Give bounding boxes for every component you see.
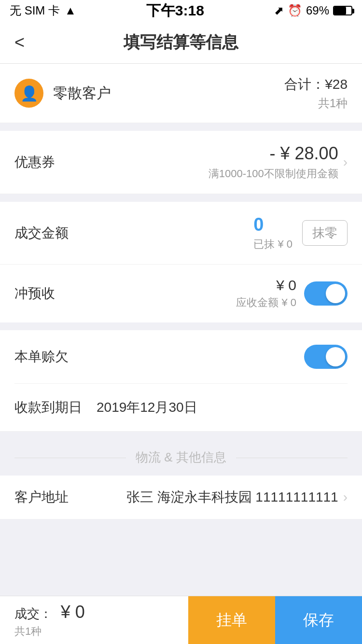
page-title: 填写结算等信息 [124, 31, 238, 54]
status-time: 下午3:18 [146, 1, 204, 21]
avatar: 👤 [14, 79, 43, 108]
wifi-icon: ▲ [65, 4, 76, 17]
coupon-label: 优惠券 [14, 153, 55, 171]
bottom-deal-label: 成交： [14, 606, 52, 621]
status-right: ⬈ ⏰ 69% [274, 4, 352, 17]
total-amount: 合计：¥28 [284, 75, 348, 94]
chevron-right-icon: › [343, 154, 348, 170]
battery-icon [333, 6, 352, 15]
coupon-row[interactable]: 优惠券 - ¥ 28.00 满1000-100不限制使用金额 › [0, 131, 362, 194]
bottom-bar: 成交： ¥ 0 共1种 挂单 保存 [0, 596, 362, 644]
prepay-toggle[interactable] [304, 281, 348, 306]
coupon-section: 优惠券 - ¥ 28.00 满1000-100不限制使用金额 › [0, 131, 362, 194]
debt-toggle[interactable] [304, 345, 348, 369]
address-section: 客户地址 张三 海淀永丰科技园 11111111111 › [0, 476, 362, 519]
debt-row: 本单赊欠 [0, 330, 362, 383]
address-label: 客户地址 [14, 488, 69, 506]
pend-button[interactable]: 挂单 [188, 596, 275, 644]
debt-section: 本单赊欠 收款到期日 2019年12月30日 [0, 330, 362, 432]
logistics-label: 物流 & 其他信息 [136, 450, 226, 464]
status-left: 无 SIM 卡 ▲ [10, 3, 76, 18]
location-icon: ⬈ [274, 4, 284, 17]
customer-row: 👤 零散客户 合计：¥28 共1种 [0, 64, 362, 123]
duedate-label: 收款到期日 [14, 398, 82, 417]
deal-amount-label: 成交金额 [14, 224, 69, 242]
coupon-desc: 满1000-100不限制使用金额 [209, 167, 338, 181]
avatar-icon: 👤 [20, 85, 38, 102]
back-button[interactable]: < [14, 32, 25, 53]
customer-name: 零散客户 [53, 84, 111, 103]
coupon-amount: - ¥ 28.00 [209, 143, 338, 164]
customer-right: 合计：¥28 共1种 [284, 75, 348, 111]
duedate-value: 2019年12月30日 [97, 398, 197, 417]
prepay-receivable: 应收金额 ¥ 0 [236, 295, 296, 310]
alarm-icon: ⏰ [288, 4, 302, 17]
prepay-row: 冲预收 ¥ 0 应收金额 ¥ 0 [0, 265, 362, 322]
carrier-label: 无 SIM 卡 [10, 3, 60, 18]
coupon-right: - ¥ 28.00 满1000-100不限制使用金额 › [209, 143, 348, 181]
customer-section: 👤 零散客户 合计：¥28 共1种 [0, 64, 362, 123]
deal-right: 0 已抹 ¥ 0 抹零 [253, 214, 348, 252]
total-count: 共1种 [284, 96, 348, 111]
deal-amount-row: 成交金额 0 已抹 ¥ 0 抹零 [0, 202, 362, 265]
address-chevron-icon: › [343, 490, 348, 505]
deal-value: 0 [253, 214, 292, 235]
already-zero: 已抹 ¥ 0 [253, 237, 292, 252]
address-right: 张三 海淀永丰科技园 11111111111 › [126, 488, 348, 506]
duedate-row: 收款到期日 2019年12月30日 [0, 384, 362, 432]
nav-bar: < 填写结算等信息 [0, 21, 362, 64]
save-button[interactable]: 保存 [275, 596, 362, 644]
address-value: 张三 海淀永丰科技园 11111111111 [126, 488, 338, 506]
prepay-right: ¥ 0 应收金额 ¥ 0 [236, 277, 348, 310]
bottom-deal-amount: ¥ 0 [61, 602, 85, 622]
bottom-summary: 成交： ¥ 0 共1种 [0, 602, 188, 639]
customer-left: 👤 零散客户 [14, 79, 111, 108]
bottom-count: 共1种 [14, 624, 174, 639]
prepay-amount: ¥ 0 [236, 277, 296, 294]
battery-percent: 69% [306, 4, 329, 17]
debt-label: 本单赊欠 [14, 348, 69, 366]
logistics-header: 物流 & 其他信息 [0, 439, 362, 476]
status-bar: 无 SIM 卡 ▲ 下午3:18 ⬈ ⏰ 69% [0, 0, 362, 21]
content: 👤 零散客户 合计：¥28 共1种 优惠券 - ¥ 28.00 满1000-10… [0, 64, 362, 585]
address-row[interactable]: 客户地址 张三 海淀永丰科技园 11111111111 › [0, 476, 362, 519]
prepay-label: 冲预收 [14, 284, 55, 303]
round-zero-button[interactable]: 抹零 [302, 220, 348, 246]
deal-prepay-section: 成交金额 0 已抹 ¥ 0 抹零 冲预收 ¥ 0 应收金额 ¥ 0 [0, 202, 362, 322]
